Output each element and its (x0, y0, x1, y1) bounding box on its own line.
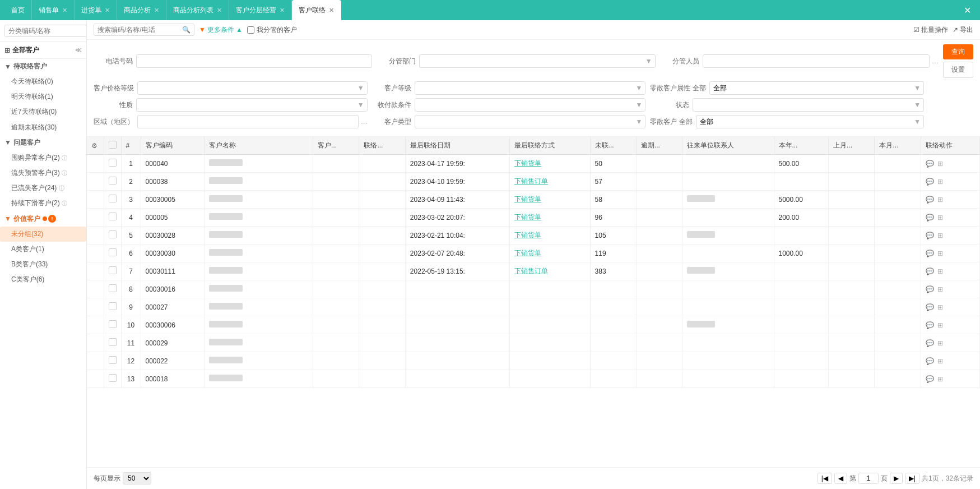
sidebar-item-a-class[interactable]: A类客户(1) (0, 242, 86, 257)
filter-search-icon[interactable]: 🔍 (182, 26, 191, 34)
price-level-select[interactable] (137, 81, 368, 95)
tab-sales[interactable]: 销售单 ✕ (32, 0, 75, 20)
row-last-method-1[interactable]: 下销售订单 (509, 173, 590, 191)
sidebar-all-customers[interactable]: ⊞ 全部客户 ≪ (0, 42, 86, 59)
action-grid-icon-2[interactable]: ⊞ (937, 196, 943, 204)
sidebar-search-input[interactable] (4, 25, 87, 37)
nature-select[interactable] (136, 98, 368, 112)
action-chat-icon-12[interactable]: 💬 (926, 375, 934, 383)
action-chat-icon-0[interactable]: 💬 (926, 160, 934, 168)
close-contact-tab[interactable]: ✕ (329, 7, 334, 14)
action-grid-icon-12[interactable]: ⊞ (937, 375, 943, 383)
my-customer-checkbox[interactable] (247, 26, 254, 34)
action-grid-icon-4[interactable]: ⊞ (937, 232, 943, 239)
filter-more-button[interactable]: ▼ 更多条件 ▲ (199, 25, 243, 35)
customer-type-select[interactable] (415, 115, 646, 128)
sidebar-collapse-arrow[interactable]: ≪ (75, 47, 82, 54)
close-analysis-list-tab[interactable]: ✕ (217, 7, 222, 14)
close-sales-tab[interactable]: ✕ (62, 7, 67, 14)
row-check-5[interactable] (104, 245, 121, 262)
sidebar-item-overdue[interactable]: 逾期未联络(30) (0, 120, 86, 135)
row-check-11[interactable] (104, 352, 121, 370)
row-last-method-3[interactable]: 下销货单 (509, 209, 590, 227)
sidebar-item-churn-warning[interactable]: 流失预警客户(3) ⓘ (0, 165, 86, 181)
action-grid-icon-11[interactable]: ⊞ (937, 357, 943, 365)
th-settings[interactable]: ⚙ (87, 137, 104, 155)
retail-attr-select[interactable]: 全部 (709, 81, 924, 95)
sidebar-item-tomorrow[interactable]: 明天待联络(1) (0, 89, 86, 104)
action-grid-icon-8[interactable]: ⊞ (937, 303, 943, 311)
sidebar-item-today[interactable]: 今天待联络(0) (0, 74, 86, 89)
row-check-2[interactable] (104, 191, 121, 209)
export-button[interactable]: ↗ 导出 (953, 25, 973, 35)
page-input[interactable] (858, 473, 879, 484)
tab-analysis[interactable]: 商品分析 ✕ (117, 0, 166, 20)
close-purchase-tab[interactable]: ✕ (105, 7, 110, 14)
sidebar-item-abnormal[interactable]: 囤购异常客户(2) ⓘ (0, 150, 86, 165)
retail-select[interactable]: 全部 (696, 115, 924, 128)
sidebar-item-7days[interactable]: 近7天待联络(0) (0, 104, 86, 119)
row-check-4[interactable] (104, 227, 121, 245)
row-check-8[interactable] (104, 298, 121, 316)
row-last-method-4[interactable]: 下销货单 (509, 227, 590, 245)
action-chat-icon-8[interactable]: 💬 (926, 303, 934, 311)
row-check-0[interactable] (104, 155, 121, 173)
row-last-method-2[interactable]: 下销货单 (509, 191, 590, 209)
reset-button[interactable]: 设置 (943, 62, 973, 78)
sidebar-item-declining[interactable]: 持续下滑客户(2) ⓘ (0, 196, 86, 211)
query-button[interactable]: 查询 (943, 44, 973, 59)
sidebar-group-value[interactable]: ▼ 价值客户 ! (0, 211, 86, 227)
region-input[interactable] (137, 115, 359, 128)
action-chat-icon-3[interactable]: 💬 (926, 214, 934, 222)
sidebar-item-b-class[interactable]: B类客户(33) (0, 257, 86, 272)
action-chat-icon-11[interactable]: 💬 (926, 357, 934, 365)
action-chat-icon-5[interactable]: 💬 (926, 250, 934, 257)
action-chat-icon-6[interactable]: 💬 (926, 267, 934, 275)
first-page-button[interactable]: |◀ (818, 473, 832, 484)
action-grid-icon-5[interactable]: ⊞ (937, 250, 943, 257)
action-chat-icon-9[interactable]: 💬 (926, 321, 934, 329)
row-last-method-6[interactable]: 下销售订单 (509, 262, 590, 280)
global-close-button[interactable]: ✕ (959, 5, 976, 16)
action-chat-icon-2[interactable]: 💬 (926, 196, 934, 204)
payment-select[interactable] (415, 98, 646, 112)
tab-customer-tier[interactable]: 客户分层经营 ✕ (229, 0, 292, 20)
action-grid-icon-7[interactable]: ⊞ (937, 285, 943, 293)
prev-page-button[interactable]: ◀ (834, 473, 847, 484)
action-chat-icon-7[interactable]: 💬 (926, 285, 934, 293)
bulk-action-button[interactable]: ☑ 批量操作 (913, 25, 948, 35)
status-select[interactable] (693, 98, 924, 112)
action-grid-icon-9[interactable]: ⊞ (937, 321, 943, 329)
action-grid-icon-0[interactable]: ⊞ (937, 160, 943, 168)
tab-analysis-list[interactable]: 商品分析列表 ✕ (166, 0, 229, 20)
action-grid-icon-1[interactable]: ⊞ (937, 178, 943, 186)
close-tier-tab[interactable]: ✕ (280, 7, 285, 14)
tab-customer-contact[interactable]: 客户联络 ✕ (292, 0, 341, 20)
dept-select[interactable] (419, 54, 655, 68)
next-page-button[interactable]: ▶ (890, 473, 903, 484)
tab-homepage[interactable]: 首页 (4, 0, 32, 20)
action-grid-icon-6[interactable]: ⊞ (937, 267, 943, 275)
action-grid-icon-10[interactable]: ⊞ (937, 339, 943, 347)
row-check-6[interactable] (104, 262, 121, 280)
manager-ellipsis[interactable]: … (932, 57, 939, 65)
sidebar-item-churned[interactable]: 已流失客户(24) ⓘ (0, 181, 86, 196)
row-check-7[interactable] (104, 280, 121, 298)
sidebar-item-c-class[interactable]: C类客户(6) (0, 272, 86, 287)
action-chat-icon-10[interactable]: 💬 (926, 339, 934, 347)
close-analysis-tab[interactable]: ✕ (154, 7, 159, 14)
row-last-method-5[interactable]: 下销货单 (509, 245, 590, 262)
filter-my-customer[interactable]: 我分管的客户 (247, 25, 297, 35)
phone-input[interactable] (136, 54, 372, 68)
row-check-12[interactable] (104, 370, 121, 388)
row-check-10[interactable] (104, 334, 121, 352)
filter-search-input[interactable] (97, 26, 182, 34)
action-chat-icon-4[interactable]: 💬 (926, 232, 934, 239)
customer-level-select[interactable] (415, 81, 646, 95)
manager-input[interactable] (703, 54, 930, 68)
row-check-3[interactable] (104, 209, 121, 227)
row-check-9[interactable] (104, 316, 121, 334)
action-chat-icon-1[interactable]: 💬 (926, 178, 934, 186)
last-page-button[interactable]: ▶| (905, 473, 919, 484)
tab-purchase[interactable]: 进货单 ✕ (75, 0, 117, 20)
